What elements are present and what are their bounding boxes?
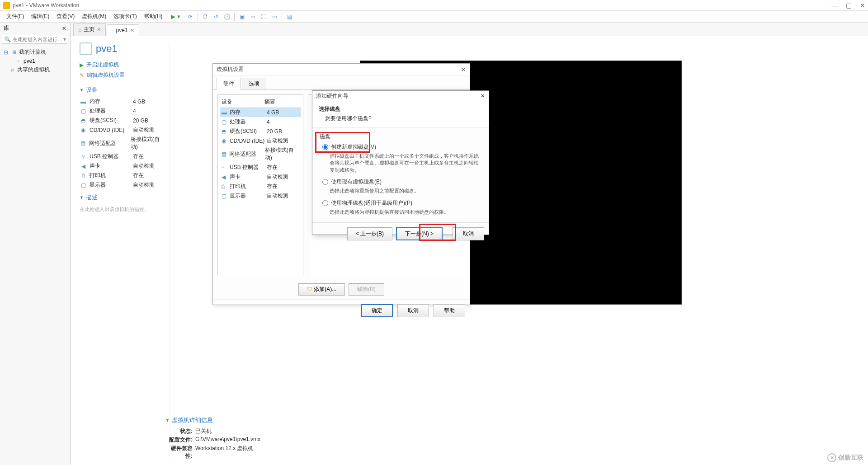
display-icon: ▢	[222, 193, 228, 199]
wizard-cancel-button[interactable]: 取消	[453, 227, 484, 240]
hardware-list[interactable]: 设备摘要 ▬内存4 GB ▢处理器4 ◓硬盘(SCSI)20 GB ◉CD/DV…	[217, 94, 303, 275]
usb-icon: ⑂	[80, 154, 87, 160]
hw-row[interactable]: ⑂USB 控制器存在	[220, 163, 301, 172]
display-icon: ▢	[80, 182, 87, 188]
tab-home-label: 主页	[84, 26, 94, 33]
col-summary: 摘要	[264, 98, 275, 106]
hw-row[interactable]: ▤网络适配器桥接模式(自动)	[220, 146, 301, 163]
device-row[interactable]: ⑂USB 控制器存在	[80, 152, 165, 161]
tab-home-close-icon[interactable]: ✕	[97, 27, 101, 33]
device-row[interactable]: ▬内存4 GB	[80, 97, 165, 106]
compat-value: Workstation 12.x 虚拟机	[195, 445, 253, 460]
cancel-button[interactable]: 取消	[397, 304, 429, 317]
next-button[interactable]: 下一步(N) >	[396, 227, 443, 240]
snapshot-mgr-button[interactable]: 🕓	[222, 12, 232, 21]
sound-icon: ◀	[222, 174, 228, 180]
device-row[interactable]: ◉CD/DVD (IDE)自动检测	[80, 125, 165, 135]
dlg-tab-hardware[interactable]: 硬件	[217, 78, 241, 90]
watermark: ✕ 创新互联	[827, 453, 863, 462]
power-on-button[interactable]: ▶ ▾	[170, 12, 181, 21]
action-poweron[interactable]: ▶ 开启此虚拟机	[80, 60, 165, 70]
vm-title-icon	[80, 42, 92, 55]
app-logo-icon	[3, 2, 10, 9]
disk-icon: ◓	[80, 117, 87, 124]
hw-row[interactable]: ◓硬盘(SCSI)20 GB	[220, 127, 301, 136]
tree-root[interactable]: ⊟ 🖥 我的计算机	[2, 47, 68, 57]
radio-create[interactable]	[322, 144, 328, 150]
close-button[interactable]: ✕	[860, 2, 865, 9]
wizard-subtitle: 您要使用哪个磁盘?	[325, 115, 482, 122]
dlg-tab-options[interactable]: 选项	[242, 78, 266, 89]
radio-existing[interactable]	[322, 179, 328, 185]
wizard-option-physical[interactable]: 使用物理磁盘(适用于高级用户)(P)	[320, 199, 481, 207]
usb-icon: ⑂	[222, 164, 228, 171]
menu-view[interactable]: 查看(V)	[53, 11, 78, 22]
search-box[interactable]: 🔍 ▾	[2, 35, 68, 44]
shared-icon: ⎘	[9, 67, 15, 73]
maximize-button[interactable]: ▢	[846, 2, 852, 9]
library-button[interactable]: ▤	[284, 12, 295, 21]
hw-row[interactable]: ◉CD/DVD (IDE)自动检测	[220, 136, 301, 146]
menu-edit[interactable]: 编辑(E)	[28, 11, 53, 22]
hw-row[interactable]: ◀声卡自动检测	[220, 172, 301, 182]
state-value: 已关机	[195, 427, 212, 435]
hw-row[interactable]: ⎙打印机存在	[220, 182, 301, 191]
desc-header[interactable]: 描述	[80, 193, 165, 202]
ok-button[interactable]: 确定	[361, 304, 393, 317]
wizard-option-create[interactable]: 创建新虚拟磁盘(V)	[320, 143, 481, 151]
wizard-option-existing[interactable]: 使用现有虚拟磁盘(E)	[320, 178, 481, 186]
back-button[interactable]: < 上一步(B)	[347, 227, 392, 240]
vm-tab-icon: ▫	[112, 27, 113, 33]
hw-row[interactable]: ▢处理器4	[220, 117, 301, 127]
tree-item-pve1[interactable]: ▫ pve1	[14, 57, 68, 65]
disk-icon: ◓	[222, 128, 228, 135]
device-row[interactable]: ▤网络适配器桥接模式(自动)	[80, 135, 165, 152]
suspend-button[interactable]: ⟳	[185, 12, 196, 21]
device-row[interactable]: ▢显示器自动检测	[80, 180, 165, 190]
tree-shared[interactable]: ⎘ 共享的虚拟机	[2, 65, 68, 75]
devices-header[interactable]: 设备	[80, 86, 165, 94]
hw-row[interactable]: ▬内存4 GB	[220, 108, 301, 117]
minimize-button[interactable]: —	[831, 2, 838, 9]
device-row[interactable]: ◓硬盘(SCSI)20 GB	[80, 116, 165, 125]
search-input[interactable]	[13, 37, 63, 42]
desc-placeholder[interactable]: 在此处键入对该虚拟机的描述。	[80, 204, 165, 215]
menu-vm[interactable]: 虚拟机(M)	[78, 11, 110, 22]
expand-icon[interactable]: ⊟	[3, 49, 9, 56]
cpu-icon: ▢	[80, 108, 87, 114]
unity-button[interactable]: ▭	[247, 12, 258, 21]
tab-vm-close-icon[interactable]: ✕	[130, 28, 134, 33]
menu-tabs[interactable]: 选项卡(T)	[110, 11, 140, 22]
help-button[interactable]: 帮助	[434, 304, 465, 317]
menu-file[interactable]: 文件(F)	[3, 11, 28, 22]
stretch-button[interactable]: ⛶	[258, 12, 269, 21]
device-row[interactable]: ⎙打印机存在	[80, 171, 165, 180]
wizard-window-title: 添加硬件向导	[316, 92, 349, 100]
action-edit[interactable]: ✎ 编辑虚拟机设置	[80, 70, 165, 80]
watermark-icon: ✕	[827, 453, 836, 462]
revert-button[interactable]: ↺	[211, 12, 222, 21]
network-icon: ▤	[222, 151, 227, 157]
add-button[interactable]: 🛡添加(A)...	[298, 283, 345, 296]
printer-icon: ⎙	[80, 173, 87, 179]
action-poweron-label: 开启此虚拟机	[86, 61, 119, 69]
tab-home[interactable]: ⌂ 主页 ✕	[73, 23, 106, 36]
fullscreen-button[interactable]: ▣	[236, 12, 247, 21]
menu-help[interactable]: 帮助(H)	[141, 11, 166, 22]
snapshot-button[interactable]: ⏱	[200, 12, 211, 21]
cd-icon: ◉	[222, 138, 228, 144]
radio-physical[interactable]	[322, 200, 328, 206]
tab-vm[interactable]: ▫ pve1 ✕	[107, 24, 139, 36]
search-dropdown-icon[interactable]: ▾	[63, 36, 66, 42]
tree-shared-label: 共享的虚拟机	[17, 66, 50, 74]
sidebar-close-icon[interactable]: ✕	[62, 25, 66, 32]
wizard-close-icon[interactable]: ✕	[481, 93, 485, 99]
details-header[interactable]: 虚拟机详细信息	[165, 416, 260, 424]
device-row[interactable]: ▢处理器4	[80, 106, 165, 116]
memory-icon: ▬	[222, 109, 228, 116]
library-tree: ⊟ 🖥 我的计算机 ▫ pve1 ⎘ 共享的虚拟机	[0, 45, 70, 77]
hw-row[interactable]: ▢显示器自动检测	[220, 191, 301, 201]
console-button[interactable]: ▭	[269, 12, 280, 21]
dialog-close-icon[interactable]: ✕	[461, 66, 466, 73]
device-row[interactable]: ◀声卡自动检测	[80, 161, 165, 171]
